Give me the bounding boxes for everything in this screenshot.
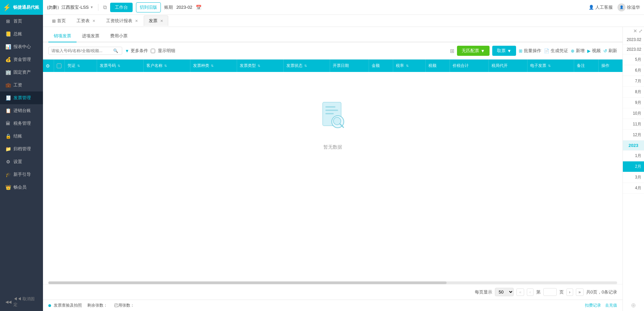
service-button[interactable]: 👤 人工客服 (589, 4, 613, 10)
calendar-icon[interactable]: 📅 (196, 5, 201, 10)
scroll-thumb[interactable] (48, 281, 447, 284)
add-invoice-button[interactable]: ⊕ 新增 (571, 48, 585, 54)
tab-salary-stats[interactable]: 工资统计报表 ✕ (101, 15, 143, 26)
prev-page-button[interactable]: ‹ (527, 288, 534, 296)
match-label: 取票 (497, 48, 506, 54)
th-invoice-status: 发票状态 ⇅ (283, 60, 330, 72)
tab-salary-table-close[interactable]: ✕ (92, 19, 95, 23)
empty-illustration (316, 99, 350, 139)
guide-icon: 🎓 (5, 172, 11, 177)
tab-salary-table[interactable]: 工资表 ✕ (72, 15, 100, 26)
user-menu[interactable]: 👤 徐溢华 (617, 3, 640, 11)
date-item-12[interactable]: 12月 (623, 130, 644, 141)
sidebar-item-salary[interactable]: 💼 工资 (0, 79, 43, 91)
tab-salary-stats-close[interactable]: ✕ (135, 19, 138, 23)
toolbar-right-actions: ⊞ 无匹配票 ▼ 取票 ▼ ⊞ 批量操作 📄 生成凭 (450, 46, 617, 56)
first-page-button[interactable]: « (516, 288, 524, 296)
date-item-9[interactable]: 9月 (623, 98, 644, 108)
sidebar-item-reports[interactable]: 📊 报表中心 (0, 40, 43, 53)
date-item-1[interactable]: 1月 (623, 151, 644, 161)
batch-ops-button[interactable]: ⊞ 批量操作 (519, 48, 541, 54)
select-all-checkbox[interactable] (57, 64, 61, 68)
next-page-button[interactable]: › (566, 288, 573, 296)
sidebar-item-guide[interactable]: 🎓 新手引导 (0, 168, 43, 181)
sidebar-item-invoices[interactable]: 🧾 发票管理 (0, 91, 43, 104)
date-item-10[interactable]: 10月 (623, 108, 644, 119)
invoice-tab-sales-label: 销项发票 (54, 33, 71, 38)
date-item-4[interactable]: 4月 (623, 183, 644, 194)
show-detail-checkbox[interactable]: 显示明细 (151, 48, 175, 54)
date-label: 10月 (633, 111, 641, 116)
search-icon: 🔍 (113, 48, 118, 53)
refresh-button[interactable]: ↺ 刷新 (603, 48, 617, 54)
date-item-6[interactable]: 6月 (623, 65, 644, 76)
footer-verify-label: 发票查验及拍照 (54, 303, 82, 308)
sidebar-item-close[interactable]: 🔒 结账 (0, 130, 43, 143)
sidebar-pin-toggle[interactable]: ◀◀ ◀◀ 取消固定 (0, 293, 43, 311)
copy-icon[interactable]: ⧉ (103, 4, 107, 10)
invoice-tab-purchase[interactable]: 进项发票 (77, 30, 105, 42)
sidebar-item-tax[interactable]: 🏛 税务管理 (0, 117, 43, 130)
sidebar-item-assets[interactable]: 🏢 固定资产 (0, 66, 43, 79)
show-detail-check[interactable] (151, 49, 155, 53)
sort-icon: ⇅ (211, 64, 214, 68)
tab-invoices-close[interactable]: ✕ (160, 19, 163, 23)
invoice-tab-sales[interactable]: 销项发票 (48, 30, 77, 42)
sidebar-item-label: 税务管理 (13, 120, 31, 126)
sidebar-item-home[interactable]: ⊞ 首页 (0, 15, 43, 28)
video-button[interactable]: ▶ 视频 (587, 48, 601, 54)
date-item-7[interactable]: 7月 (623, 76, 644, 87)
recharge-link[interactable]: 去充值 (605, 303, 617, 308)
search-box[interactable]: 🔍 (48, 47, 122, 55)
date-item-2023-02-top2[interactable]: 2023.02 (623, 45, 644, 54)
switch-version-button[interactable]: 切到旧版 (136, 2, 161, 12)
match-button[interactable]: 取票 ▼ (492, 46, 516, 56)
date-item-3[interactable]: 3月 (623, 172, 644, 183)
sidebar-item-label: 发票管理 (13, 95, 31, 101)
date-item-11[interactable]: 11月 (623, 119, 644, 130)
sidebar-item-settings[interactable]: ⚙ 设置 (0, 155, 43, 168)
deduct-record-link[interactable]: 扣费记录 (585, 303, 601, 308)
horizontal-scrollbar[interactable] (48, 281, 617, 284)
workspace-button[interactable]: 工作台 (110, 3, 133, 12)
tab-invoices[interactable]: 发票 ✕ (144, 15, 168, 26)
th-invoice-category: 发票类型 ⇅ (237, 60, 283, 72)
tab-home[interactable]: ⊞ 首页 (47, 15, 71, 26)
period-label: 账期 (164, 4, 173, 10)
chevron-down-icon: ▼ (90, 5, 93, 9)
date-item-2023-02-top1[interactable]: 2023.02 (623, 35, 644, 45)
page-number-input[interactable]: 1 (543, 288, 557, 296)
sidebar-item-purchase[interactable]: 📋 进销台账 (0, 104, 43, 117)
th-voucher: 凭证 ⇅ (64, 60, 97, 72)
sidebar-item-label: 工资 (13, 82, 22, 88)
th-settings[interactable]: ⚙ (43, 60, 54, 72)
sidebar-item-funds[interactable]: 💰 资金管理 (0, 53, 43, 66)
sort-icon: ⇅ (118, 64, 120, 68)
batch-ops-label: 批量操作 (524, 48, 541, 54)
dot-icon (48, 304, 51, 307)
sidebar-item-label: 总账 (13, 31, 22, 37)
date-panel-expand-icon[interactable]: ⤢ (639, 28, 643, 34)
invoice-table: ⚙ 凭证 ⇅ 发票号码 ⇅ (43, 60, 623, 72)
date-item-5[interactable]: 5月 (623, 54, 644, 65)
company-selector[interactable]: (勿删）江西股宝-LSS ▼ (47, 4, 93, 10)
date-item-8[interactable]: 8月 (623, 87, 644, 98)
sidebar-item-label: 归档管理 (13, 146, 31, 152)
grid-layout-icon[interactable]: ⊞ (450, 48, 454, 54)
sidebar-item-ledger[interactable]: 📒 总账 (0, 28, 43, 40)
generate-voucher-button[interactable]: 📄 生成凭证 (544, 48, 568, 54)
sidebar-item-archive[interactable]: 📁 归档管理 (0, 143, 43, 155)
date-item-2-active[interactable]: 2月 (623, 161, 644, 172)
sort-icon: ⇅ (258, 64, 260, 68)
per-page-select[interactable]: 20 50 100 (495, 288, 514, 296)
last-page-button[interactable]: » (576, 288, 584, 296)
th-checkbox[interactable] (54, 60, 64, 72)
no-match-button[interactable]: 无匹配票 ▼ (457, 46, 490, 56)
search-input[interactable] (51, 48, 112, 53)
filter-icon: ▼ (125, 48, 129, 53)
reports-icon: 📊 (5, 44, 11, 49)
date-panel-close-icon[interactable]: ✕ (633, 28, 637, 34)
sidebar-item-member[interactable]: 👑 畅会员 (0, 181, 43, 194)
invoice-tab-expense[interactable]: 费用小票 (105, 30, 133, 42)
more-filter-button[interactable]: ▼ 更多条件 (125, 48, 148, 54)
